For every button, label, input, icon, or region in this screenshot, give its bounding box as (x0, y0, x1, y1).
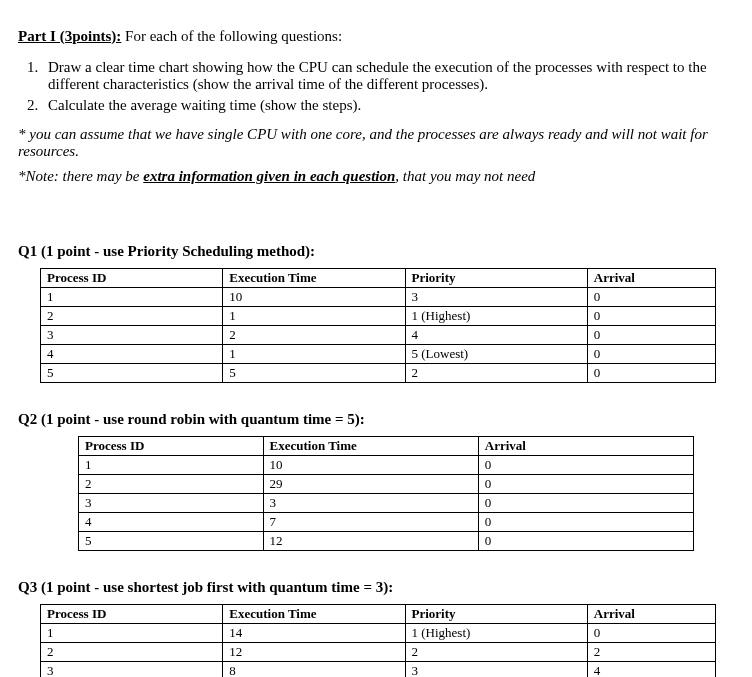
table-cell: 12 (263, 532, 478, 551)
extra-info-note: *Note: there may be extra information gi… (18, 168, 734, 185)
table-row: 21222 (41, 643, 716, 662)
col-header: Execution Time (223, 605, 405, 624)
table-row: 1100 (79, 456, 694, 475)
table-cell: 5 (223, 364, 405, 383)
col-header: Process ID (41, 269, 223, 288)
q3-body: 1141 (Highest)02122238344425574 (Lowest)… (41, 624, 716, 678)
table-header-row: Process ID Execution Time Arrival (79, 437, 694, 456)
table-cell: 3 (263, 494, 478, 513)
table-cell: 4 (587, 662, 715, 678)
table-cell: 0 (587, 345, 715, 364)
table-cell: 1 (41, 288, 223, 307)
table-header-row: Process ID Execution Time Priority Arriv… (41, 605, 716, 624)
table-cell: 3 (405, 288, 587, 307)
table-cell: 14 (223, 624, 405, 643)
table-cell: 1 (79, 456, 264, 475)
q1-heading: Q1 (1 point - use Priority Scheduling me… (18, 243, 734, 260)
table-cell: 2 (41, 307, 223, 326)
col-header: Process ID (41, 605, 223, 624)
table-cell: 0 (478, 494, 693, 513)
part-title: Part I (3points): (18, 28, 121, 44)
col-header: Priority (405, 269, 587, 288)
table-cell: 3 (41, 662, 223, 678)
q1-body: 11030211 (Highest)03240415 (Lowest)05520 (41, 288, 716, 383)
table-cell: 5 (41, 364, 223, 383)
table-cell: 4 (79, 513, 264, 532)
table-cell: 7 (263, 513, 478, 532)
table-cell: 0 (587, 326, 715, 345)
table-cell: 0 (587, 624, 715, 643)
table-cell: 5 (79, 532, 264, 551)
table-cell: 4 (41, 345, 223, 364)
col-header: Arrival (478, 437, 693, 456)
table-cell: 3 (405, 662, 587, 678)
table-cell: 12 (223, 643, 405, 662)
table-cell: 4 (405, 326, 587, 345)
table-cell: 3 (41, 326, 223, 345)
table-cell: 0 (587, 288, 715, 307)
table-cell: 2 (405, 364, 587, 383)
table-cell: 1 (223, 307, 405, 326)
table-row: 5520 (41, 364, 716, 383)
table-cell: 2 (79, 475, 264, 494)
table-row: 470 (79, 513, 694, 532)
q2-table: Process ID Execution Time Arrival 110022… (78, 436, 694, 551)
q2-heading: Q2 (1 point - use round robin with quant… (18, 411, 734, 428)
q2-body: 110022903304705120 (79, 456, 694, 551)
col-header: Arrival (587, 269, 715, 288)
table-row: 5120 (79, 532, 694, 551)
part-heading: Part I (3points): For each of the follow… (18, 28, 734, 45)
table-row: 1141 (Highest)0 (41, 624, 716, 643)
col-header: Priority (405, 605, 587, 624)
col-header: Arrival (587, 605, 715, 624)
note-prefix: *Note: there may be (18, 168, 143, 184)
table-row: 11030 (41, 288, 716, 307)
table-cell: 2 (41, 643, 223, 662)
table-cell: 0 (587, 307, 715, 326)
table-cell: 0 (478, 456, 693, 475)
table-row: 3240 (41, 326, 716, 345)
instructions-list: Draw a clear time chart showing how the … (18, 59, 734, 114)
table-cell: 3 (79, 494, 264, 513)
table-cell: 8 (223, 662, 405, 678)
col-header: Execution Time (223, 269, 405, 288)
table-cell: 0 (587, 364, 715, 383)
note-emphasis: extra information given in each question (143, 168, 395, 184)
q3-heading: Q3 (1 point - use shortest job first wit… (18, 579, 734, 596)
part-intro: For each of the following questions: (125, 28, 342, 44)
table-row: 330 (79, 494, 694, 513)
table-cell: 0 (478, 532, 693, 551)
table-header-row: Process ID Execution Time Priority Arriv… (41, 269, 716, 288)
table-cell: 0 (478, 475, 693, 494)
table-cell: 2 (587, 643, 715, 662)
table-row: 211 (Highest)0 (41, 307, 716, 326)
table-row: 3834 (41, 662, 716, 678)
q3-table: Process ID Execution Time Priority Arriv… (40, 604, 716, 677)
assumption-note: * you can assume that we have single CPU… (18, 126, 734, 160)
table-row: 2290 (79, 475, 694, 494)
table-cell: 5 (Lowest) (405, 345, 587, 364)
table-cell: 0 (478, 513, 693, 532)
note-suffix: , that you may not need (395, 168, 535, 184)
instruction-item: Calculate the average waiting time (show… (42, 97, 734, 114)
instruction-item: Draw a clear time chart showing how the … (42, 59, 734, 93)
col-header: Process ID (79, 437, 264, 456)
table-cell: 29 (263, 475, 478, 494)
table-cell: 1 (Highest) (405, 307, 587, 326)
table-row: 415 (Lowest)0 (41, 345, 716, 364)
table-cell: 2 (223, 326, 405, 345)
table-cell: 10 (263, 456, 478, 475)
table-cell: 2 (405, 643, 587, 662)
col-header: Execution Time (263, 437, 478, 456)
table-cell: 1 (41, 624, 223, 643)
table-cell: 10 (223, 288, 405, 307)
table-cell: 1 (223, 345, 405, 364)
q1-table: Process ID Execution Time Priority Arriv… (40, 268, 716, 383)
table-cell: 1 (Highest) (405, 624, 587, 643)
